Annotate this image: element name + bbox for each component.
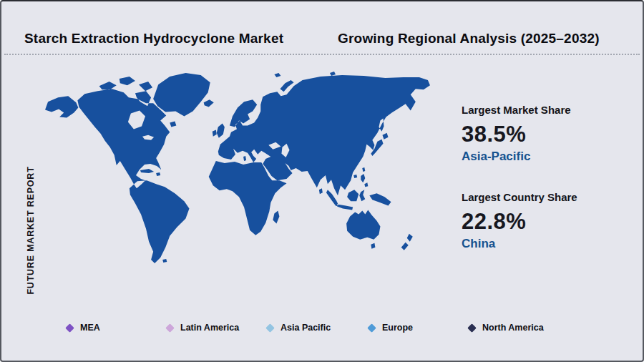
legend-marker-mea: [65, 323, 74, 333]
legend-label-europe: Europe: [382, 323, 413, 333]
stat-market-share-value: 38.5%: [462, 122, 633, 147]
legend-label-mea: MEA: [80, 323, 100, 333]
legend-label-north-america: North America: [482, 323, 544, 333]
legend-label-latin-america: Latin America: [180, 323, 239, 333]
dotted-divider: [4, 54, 640, 55]
legend-item-north-america: North America: [469, 321, 544, 334]
stat-country-share-value: 22.8%: [462, 209, 633, 235]
page-title-analysis: Growing Regional Analysis (2025–2032): [338, 31, 600, 47]
legend-marker-latin-america: [165, 323, 175, 333]
page-title-market: Starch Extraction Hydrocyclone Market: [24, 31, 283, 47]
stat-country-share-label: Largest Country Share: [462, 191, 633, 203]
stat-market-share-label: Largest Market Share: [462, 104, 633, 116]
stat-country-share-region: China: [462, 237, 633, 251]
stat-country-share: Largest Country Share 22.8% China: [462, 191, 633, 251]
legend-item-mea: MEA: [67, 321, 100, 334]
world-map-landmass: [45, 72, 430, 263]
market-infographic: Starch Extraction Hydrocyclone Market Gr…: [0, 0, 644, 362]
legend-marker-north-america: [467, 323, 477, 333]
stat-market-share-region: Asia-Pacific: [462, 150, 633, 164]
legend-label-asia-pacific: Asia Pacific: [280, 323, 331, 333]
stat-market-share: Largest Market Share 38.5% Asia-Pacific: [462, 104, 633, 164]
legend-item-europe: Europe: [369, 321, 413, 334]
legend-marker-asia-pacific: [265, 323, 275, 333]
world-map: [43, 70, 432, 265]
brand-watermark: FUTURE MARKET REPORT: [26, 166, 36, 294]
legend-item-latin-america: Latin America: [167, 321, 239, 334]
legend-marker-europe: [367, 323, 376, 333]
legend-item-asia-pacific: Asia Pacific: [267, 321, 331, 334]
